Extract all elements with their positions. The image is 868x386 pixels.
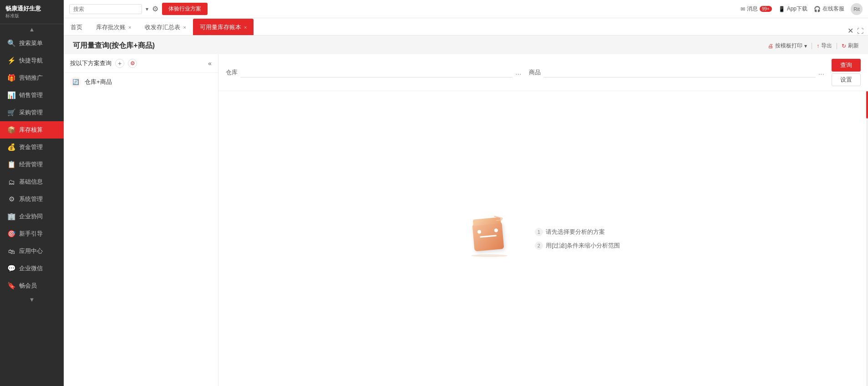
sales-icon: 📊: [7, 91, 15, 99]
sidebar-item-basic[interactable]: 🗂 基础信息: [0, 173, 64, 190]
app-version: 标准版: [5, 13, 58, 19]
tabs-bar: 首页 库存批次账 × 收发存汇总表 × 可用量库存账本 × ✕ ⛶: [64, 18, 868, 36]
tab-batch[interactable]: 库存批次账 ×: [89, 19, 138, 35]
empty-state: 1 请先选择要分析的方案 2 用[过滤]条件来缩小分析范围: [218, 91, 868, 386]
message-button[interactable]: ✉ 消息 99+: [741, 5, 772, 13]
sidebar: 畅康通好生意 标准版 ▲ 🔍 搜索菜单 ⚡ 快捷导航 🎁 营销推广 📊 销售管理…: [0, 0, 64, 386]
sidebar-item-sales[interactable]: 📊 销售管理: [0, 87, 64, 104]
empty-text: 1 请先选择要分析的方案 2 用[过滤]条件来缩小分析范围: [535, 228, 620, 250]
sidebar-item-wechat[interactable]: 💬 企业微信: [0, 260, 64, 277]
sidebar-item-marketing[interactable]: 🎁 营销推广: [0, 69, 64, 87]
sidebar-item-inventory[interactable]: 📦 库存核算: [0, 121, 64, 139]
search-icon: 🔍: [7, 39, 15, 47]
refresh-button[interactable]: ↻ 刷新: [842, 42, 859, 50]
print-arrow-icon[interactable]: ▾: [804, 43, 807, 49]
print-button[interactable]: 🖨 按模板打印 ▾: [768, 42, 807, 50]
sidebar-item-label: 库存核算: [19, 126, 43, 134]
tab-summary-close[interactable]: ×: [183, 25, 186, 30]
sidebar-item-search[interactable]: 🔍 搜索菜单: [0, 35, 64, 52]
sidebar-item-label: 资金管理: [19, 143, 43, 151]
right-panel: 仓库 ... 商品 ... 查询 设置: [218, 54, 868, 386]
search-input[interactable]: [69, 4, 142, 14]
sidebar-item-member[interactable]: 🔖 畅会员: [0, 277, 64, 294]
filter-settings-button[interactable]: ⚙: [128, 59, 137, 68]
page-header: 可用量查询(按仓库+商品) 🖨 按模板打印 ▾ ↑ 导出 ↻ 刷新: [64, 36, 868, 54]
dropdown-arrow-icon[interactable]: ▾: [146, 6, 148, 12]
sidebar-item-label: 企业协同: [19, 212, 43, 221]
print-icon: 🖨: [768, 43, 773, 49]
sidebar-item-system[interactable]: ⚙ 系统管理: [0, 190, 64, 208]
tab-summary[interactable]: 收发存汇总表 ×: [138, 19, 193, 35]
export-icon: ↑: [817, 43, 819, 49]
user-avatar[interactable]: Rit: [851, 3, 863, 15]
settings-button[interactable]: 设置: [832, 73, 861, 86]
warehouse-label: 仓库: [226, 68, 238, 77]
export-button[interactable]: ↑ 导出: [817, 42, 832, 50]
tab-close-all-button[interactable]: ✕: [848, 26, 853, 35]
sidebar-item-label: 快捷导航: [19, 57, 43, 65]
tab-batch-close[interactable]: ×: [128, 25, 131, 30]
filter-header-label: 按以下方案查询: [70, 59, 112, 67]
wechat-icon: 💬: [7, 264, 15, 273]
sidebar-item-operations[interactable]: 📋 经营管理: [0, 156, 64, 173]
warehouse-input[interactable]: [240, 67, 513, 77]
sidebar-item-apps[interactable]: 🛍 应用中心: [0, 242, 64, 260]
refresh-icon: ↻: [842, 43, 846, 49]
sidebar-item-guide[interactable]: 🎯 新手引导: [0, 225, 64, 242]
empty-illustration: [467, 216, 521, 262]
print-label: 按模板打印: [775, 42, 802, 50]
sidebar-item-purchase[interactable]: 🛒 采购管理: [0, 104, 64, 121]
goods-field: 商品 ...: [529, 67, 825, 77]
sidebar-item-shortcut[interactable]: ⚡ 快捷导航: [0, 52, 64, 69]
sidebar-item-label: 营销推广: [19, 74, 43, 82]
empty-hint-2: 2 用[过滤]条件来缩小分析范围: [535, 242, 620, 250]
hint-num-2: 2: [535, 242, 543, 250]
sidebar-item-label: 应用中心: [19, 247, 43, 255]
filter-header-left: 按以下方案查询 + ⚙: [70, 59, 137, 68]
tab-home-label: 首页: [71, 23, 82, 31]
page-title: 可用量查询(按仓库+商品): [73, 41, 155, 51]
topbar: ▾ ⚙ 体验行业方案 ✉ 消息 99+ 📱 App下载 🎧 在线客服 Rit: [64, 0, 868, 18]
sidebar-scroll-down[interactable]: ▼: [0, 294, 64, 305]
sidebar-item-finance[interactable]: 💰 资金管理: [0, 139, 64, 156]
operations-icon: 📋: [7, 160, 15, 169]
goods-input[interactable]: [543, 67, 816, 77]
avatar-text: Rit: [853, 6, 859, 12]
tabs-bar-actions: ✕ ⛶: [848, 26, 868, 35]
shortcut-icon: ⚡: [7, 57, 15, 65]
gear-icon[interactable]: ⚙: [152, 5, 158, 13]
goods-dots-button[interactable]: ...: [818, 68, 824, 77]
sidebar-scroll-up[interactable]: ▲: [0, 24, 64, 35]
tab-summary-label: 收发存汇总表: [145, 23, 180, 31]
industry-solution-button[interactable]: 体验行业方案: [162, 3, 208, 15]
filter-item-warehouse-goods[interactable]: 🔄 仓库+商品: [64, 73, 218, 91]
tab-batch-label: 库存批次账: [96, 23, 126, 31]
refresh-label: 刷新: [848, 42, 859, 50]
main-area: ▾ ⚙ 体验行业方案 ✉ 消息 99+ 📱 App下载 🎧 在线客服 Rit: [64, 0, 868, 386]
guide-icon: 🎯: [7, 230, 15, 238]
marketing-icon: 🎁: [7, 74, 15, 82]
tab-available-close[interactable]: ×: [244, 25, 247, 30]
enterprise-icon: 🏢: [7, 212, 15, 221]
empty-hint-1: 1 请先选择要分析的方案: [535, 228, 620, 236]
filter-collapse-button[interactable]: «: [208, 60, 212, 67]
inventory-icon: 📦: [7, 126, 15, 134]
sidebar-item-enterprise[interactable]: 🏢 企业协同: [0, 208, 64, 225]
warehouse-dots-button[interactable]: ...: [515, 68, 521, 77]
toolbar: 🖨 按模板打印 ▾ ↑ 导出 ↻ 刷新: [768, 42, 859, 50]
query-button[interactable]: 查询: [832, 59, 861, 72]
tab-home[interactable]: 首页: [64, 19, 89, 35]
tab-available[interactable]: 可用量库存账本 ×: [193, 19, 254, 35]
online-support-button[interactable]: 🎧 在线客服: [814, 5, 844, 13]
system-icon: ⚙: [7, 195, 15, 203]
filter-add-button[interactable]: +: [115, 59, 124, 68]
filter-item-label: 仓库+商品: [85, 78, 112, 86]
headset-icon: 🎧: [814, 6, 821, 12]
tab-expand-button[interactable]: ⛶: [857, 27, 863, 35]
message-icon: ✉: [741, 6, 745, 12]
app-download-button[interactable]: 📱 App下载: [778, 5, 807, 13]
sidebar-item-label: 畅会员: [19, 282, 37, 290]
sidebar-item-label: 新手引导: [19, 230, 43, 238]
sidebar-logo: 畅康通好生意 标准版: [0, 0, 64, 24]
sidebar-item-label: 搜索菜单: [19, 39, 43, 47]
